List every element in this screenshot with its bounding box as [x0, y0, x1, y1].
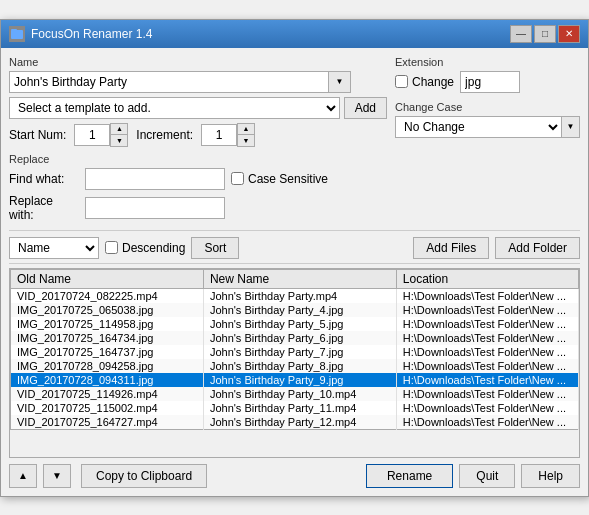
col-header-new-name[interactable]: New Name [203, 269, 396, 288]
replace-label: Replace [9, 153, 387, 165]
quit-button[interactable]: Quit [459, 464, 515, 488]
cell-old-name: IMG_20170725_164734.jpg [11, 331, 204, 345]
increment-down[interactable]: ▼ [238, 135, 254, 146]
cell-new-name: John's Birthday Party_10.mp4 [203, 387, 396, 401]
right-panel: Extension Change Change Case No Ch [395, 56, 580, 226]
increment-input[interactable] [201, 124, 237, 146]
cell-new-name: John's Birthday Party_5.jpg [203, 317, 396, 331]
rename-button[interactable]: Rename [366, 464, 453, 488]
svg-rect-0 [11, 30, 23, 39]
increment-up[interactable]: ▲ [238, 124, 254, 135]
table-row[interactable]: VID_20170725_114926.mp4John's Birthday P… [11, 387, 579, 401]
col-header-old-name[interactable]: Old Name [11, 269, 204, 288]
table-row[interactable]: IMG_20170725_164737.jpgJohn's Birthday P… [11, 345, 579, 359]
extension-row: Change [395, 71, 580, 93]
toolbar-right: Add Files Add Folder [413, 237, 580, 259]
svg-rect-1 [11, 29, 17, 31]
cell-new-name: John's Birthday Party_11.mp4 [203, 401, 396, 415]
replace-row: Replace with: [9, 194, 387, 222]
sort-select[interactable]: Name Date Size Type [9, 237, 99, 259]
cell-location: H:\Downloads\Test Folder\New ... [396, 288, 578, 303]
table-row[interactable]: VID_20170725_164727.mp4John's Birthday P… [11, 415, 579, 430]
add-template-button[interactable]: Add [344, 97, 387, 119]
file-table-wrapper[interactable]: Old Name New Name Location VID_20170724_… [9, 268, 580, 458]
cell-old-name: VID_20170725_164727.mp4 [11, 415, 204, 430]
extension-section: Extension Change [395, 56, 580, 93]
move-up-button[interactable]: ▲ [9, 464, 37, 488]
start-num-spinner: ▲ ▼ [74, 123, 128, 147]
window-title: FocusOn Renamer 1.4 [31, 27, 152, 41]
descending-checkbox[interactable] [105, 241, 118, 254]
start-num-up[interactable]: ▲ [111, 124, 127, 135]
change-case-dropdown-icon[interactable]: ▼ [562, 116, 580, 138]
table-row[interactable]: IMG_20170728_094311.jpgJohn's Birthday P… [11, 373, 579, 387]
cell-location: H:\Downloads\Test Folder\New ... [396, 401, 578, 415]
name-label: Name [9, 56, 387, 68]
find-input[interactable] [85, 168, 225, 190]
table-row[interactable]: IMG_20170728_094258.jpgJohn's Birthday P… [11, 359, 579, 373]
change-ext-checkbox[interactable] [395, 75, 408, 88]
sort-button[interactable]: Sort [191, 237, 239, 259]
main-content: Name ▼ Select a template to add. Add Sta… [1, 48, 588, 496]
cell-old-name: VID_20170725_114926.mp4 [11, 387, 204, 401]
replace-with-label: Replace with: [9, 194, 79, 222]
cell-location: H:\Downloads\Test Folder\New ... [396, 331, 578, 345]
cell-old-name: VID_20170725_115002.mp4 [11, 401, 204, 415]
cell-new-name: John's Birthday Party_9.jpg [203, 373, 396, 387]
table-header-row: Old Name New Name Location [11, 269, 579, 288]
change-case-section: Change Case No Change UPPERCASE lowercas… [395, 101, 580, 138]
cell-location: H:\Downloads\Test Folder\New ... [396, 303, 578, 317]
cell-location: H:\Downloads\Test Folder\New ... [396, 345, 578, 359]
start-num-input[interactable] [74, 124, 110, 146]
add-files-button[interactable]: Add Files [413, 237, 489, 259]
change-case-select[interactable]: No Change UPPERCASE lowercase Title Case [395, 116, 562, 138]
bottom-bar: ▲ ▼ Copy to Clipboard Rename Quit Help [9, 458, 580, 488]
case-sensitive-checkbox[interactable] [231, 172, 244, 185]
replace-input[interactable] [85, 197, 225, 219]
window-controls: — □ ✕ [510, 25, 580, 43]
cell-old-name: IMG_20170725_164737.jpg [11, 345, 204, 359]
table-row[interactable]: VID_20170724_082225.mp4John's Birthday P… [11, 288, 579, 303]
table-row[interactable]: IMG_20170725_164734.jpgJohn's Birthday P… [11, 331, 579, 345]
left-panel: Name ▼ Select a template to add. Add Sta… [9, 56, 387, 226]
cell-new-name: John's Birthday Party.mp4 [203, 288, 396, 303]
extension-label: Extension [395, 56, 580, 68]
case-sensitive-label[interactable]: Case Sensitive [231, 172, 328, 186]
table-row[interactable]: IMG_20170725_065038.jpgJohn's Birthday P… [11, 303, 579, 317]
file-table-body: VID_20170724_082225.mp4John's Birthday P… [11, 288, 579, 429]
increment-label: Increment: [136, 128, 193, 142]
main-window: FocusOn Renamer 1.4 — □ ✕ Name ▼ [0, 19, 589, 497]
name-input[interactable] [9, 71, 329, 93]
descending-label[interactable]: Descending [105, 241, 185, 255]
cell-location: H:\Downloads\Test Folder\New ... [396, 359, 578, 373]
cell-old-name: IMG_20170728_094311.jpg [11, 373, 204, 387]
table-row[interactable]: VID_20170725_115002.mp4John's Birthday P… [11, 401, 579, 415]
title-bar: FocusOn Renamer 1.4 — □ ✕ [1, 20, 588, 48]
file-table: Old Name New Name Location VID_20170724_… [10, 269, 579, 430]
move-down-button[interactable]: ▼ [43, 464, 71, 488]
cell-location: H:\Downloads\Test Folder\New ... [396, 373, 578, 387]
cell-new-name: John's Birthday Party_7.jpg [203, 345, 396, 359]
help-button[interactable]: Help [521, 464, 580, 488]
cell-old-name: VID_20170724_082225.mp4 [11, 288, 204, 303]
template-row: Select a template to add. Add [9, 97, 387, 119]
cell-old-name: IMG_20170725_114958.jpg [11, 317, 204, 331]
add-folder-button[interactable]: Add Folder [495, 237, 580, 259]
table-row[interactable]: IMG_20170725_114958.jpgJohn's Birthday P… [11, 317, 579, 331]
close-button[interactable]: ✕ [558, 25, 580, 43]
top-sections: Name ▼ Select a template to add. Add Sta… [9, 56, 580, 226]
extension-input[interactable] [460, 71, 520, 93]
maximize-button[interactable]: □ [534, 25, 556, 43]
find-what-label: Find what: [9, 172, 79, 186]
cell-location: H:\Downloads\Test Folder\New ... [396, 415, 578, 430]
minimize-button[interactable]: — [510, 25, 532, 43]
name-section: Name ▼ [9, 56, 387, 93]
name-dropdown-button[interactable]: ▼ [329, 71, 351, 93]
col-header-location[interactable]: Location [396, 269, 578, 288]
copy-to-clipboard-button[interactable]: Copy to Clipboard [81, 464, 207, 488]
start-num-down[interactable]: ▼ [111, 135, 127, 146]
cell-new-name: John's Birthday Party_4.jpg [203, 303, 396, 317]
template-select[interactable]: Select a template to add. [9, 97, 340, 119]
change-ext-label[interactable]: Change [395, 75, 454, 89]
start-num-spinner-buttons: ▲ ▼ [110, 123, 128, 147]
